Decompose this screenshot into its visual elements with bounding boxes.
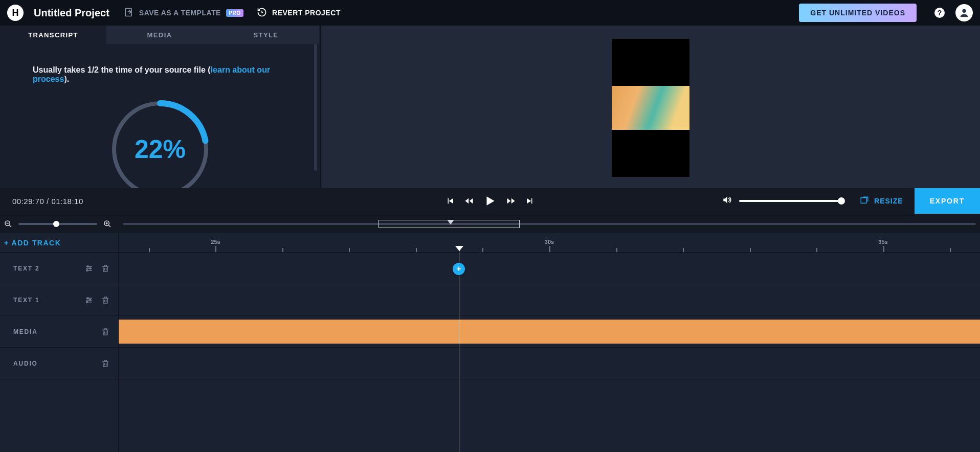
- account-avatar[interactable]: [955, 4, 973, 21]
- rewind-icon[interactable]: [464, 196, 474, 206]
- track-area[interactable]: 25s30s35s +: [119, 233, 980, 452]
- track-name: MEDIA: [13, 328, 94, 335]
- tab-transcript[interactable]: TRANSCRIPT: [0, 26, 106, 44]
- ruler-label: 30s: [545, 239, 554, 245]
- save-template-label: SAVE AS A TEMPLATE: [139, 9, 221, 17]
- export-button[interactable]: EXPORT: [915, 188, 980, 214]
- track-row-text2[interactable]: [119, 253, 980, 284]
- svg-point-10: [90, 267, 91, 269]
- overview-playhead-icon[interactable]: [448, 220, 454, 224]
- player-bar: 00:29:70 / 01:18:10 RESIZE EXPORT: [0, 188, 980, 214]
- track-name: TEXT 1: [13, 297, 77, 304]
- resize-button[interactable]: RESIZE: [860, 196, 903, 207]
- track-settings-icon[interactable]: [84, 296, 94, 305]
- fast-forward-icon[interactable]: [506, 196, 516, 206]
- app-logo[interactable]: H: [7, 5, 24, 21]
- volume-thumb[interactable]: [838, 197, 845, 205]
- processing-message: Usually takes 1/2 the time of your sourc…: [0, 44, 320, 84]
- play-icon[interactable]: [483, 194, 497, 208]
- video-canvas[interactable]: [612, 39, 689, 177]
- ruler-label: 25s: [211, 239, 220, 245]
- track-label-audio: AUDIO: [0, 348, 118, 379]
- resize-label: RESIZE: [874, 197, 903, 205]
- track-labels: + ADD TRACK TEXT 2 TEXT 1 MEDIA AUDIO: [0, 233, 119, 452]
- revert-label: REVERT PROJECT: [272, 9, 341, 17]
- top-bar: H Untitled Project SAVE AS A TEMPLATE PR…: [0, 0, 980, 26]
- track-rows: [119, 253, 980, 379]
- track-delete-icon[interactable]: [101, 359, 110, 368]
- pro-badge: PRO: [226, 9, 243, 17]
- tab-style[interactable]: STYLE: [213, 26, 319, 44]
- volume-control[interactable]: [722, 195, 841, 207]
- transport-controls: [446, 194, 534, 208]
- add-clip-button[interactable]: +: [453, 263, 465, 275]
- video-frame-image: [612, 86, 689, 130]
- revert-icon: [257, 7, 267, 19]
- revert-project-button[interactable]: REVERT PROJECT: [257, 7, 341, 19]
- timecode: 00:29:70 / 01:18:10: [12, 197, 83, 206]
- track-delete-icon[interactable]: [101, 327, 110, 336]
- track-label-text1: TEXT 1: [0, 284, 118, 316]
- svg-point-12: [87, 297, 88, 299]
- svg-rect-6: [861, 197, 866, 203]
- main-split: TRANSCRIPT MEDIA STYLE Usually takes 1/2…: [0, 26, 980, 188]
- processing-prefix: Usually takes 1/2 the time of your sourc…: [33, 65, 211, 74]
- zoom-slider[interactable]: [18, 223, 97, 225]
- project-title[interactable]: Untitled Project: [34, 7, 109, 19]
- transcript-content: Usually takes 1/2 the time of your sourc…: [0, 44, 320, 188]
- progress-percent: 22%: [109, 98, 211, 188]
- svg-text:?: ?: [938, 9, 942, 17]
- track-row-text1[interactable]: [119, 284, 980, 316]
- track-row-media[interactable]: [119, 316, 980, 348]
- overview-row: [0, 214, 980, 233]
- zoom-thumb[interactable]: [53, 221, 59, 227]
- add-track-button[interactable]: + ADD TRACK: [0, 233, 118, 253]
- svg-point-3: [962, 9, 966, 13]
- track-name: TEXT 2: [13, 265, 77, 272]
- skip-start-icon[interactable]: [446, 196, 455, 206]
- ruler-label: 35s: [878, 239, 887, 245]
- volume-icon[interactable]: [722, 195, 732, 207]
- resize-icon: [860, 196, 869, 207]
- tab-media[interactable]: MEDIA: [106, 26, 213, 44]
- media-clip[interactable]: [119, 320, 980, 344]
- processing-suffix: ).: [64, 75, 69, 83]
- scrollbar[interactable]: [314, 44, 317, 171]
- track-label-media: MEDIA: [0, 316, 118, 348]
- video-preview-panel: [320, 26, 980, 188]
- svg-point-9: [87, 265, 88, 267]
- track-settings-icon[interactable]: [84, 264, 94, 273]
- left-panel: TRANSCRIPT MEDIA STYLE Usually takes 1/2…: [0, 26, 320, 188]
- get-unlimited-button[interactable]: GET UNLIMITED VIDEOS: [799, 4, 917, 22]
- track-delete-icon[interactable]: [101, 264, 110, 273]
- template-icon: [124, 7, 134, 19]
- svg-point-14: [86, 301, 88, 303]
- track-delete-icon[interactable]: [101, 296, 110, 305]
- left-panel-tabs: TRANSCRIPT MEDIA STYLE: [0, 26, 320, 44]
- volume-slider[interactable]: [739, 200, 841, 202]
- overview-track[interactable]: [123, 223, 976, 225]
- svg-point-13: [90, 299, 91, 301]
- help-icon[interactable]: ?: [932, 5, 947, 20]
- timeline: + ADD TRACK TEXT 2 TEXT 1 MEDIA AUDIO 25…: [0, 233, 980, 452]
- track-name: AUDIO: [13, 360, 94, 367]
- svg-point-11: [86, 269, 88, 271]
- zoom-in-icon[interactable]: [103, 220, 112, 228]
- save-as-template-button[interactable]: SAVE AS A TEMPLATE PRO: [124, 7, 243, 19]
- track-row-audio[interactable]: [119, 348, 980, 379]
- skip-end-icon[interactable]: [525, 196, 534, 206]
- zoom-out-icon[interactable]: [4, 220, 12, 228]
- playhead[interactable]: [459, 246, 459, 452]
- timeline-ruler[interactable]: 25s30s35s: [119, 233, 980, 253]
- track-label-text2: TEXT 2: [0, 253, 118, 284]
- progress-ring: 22%: [109, 98, 211, 188]
